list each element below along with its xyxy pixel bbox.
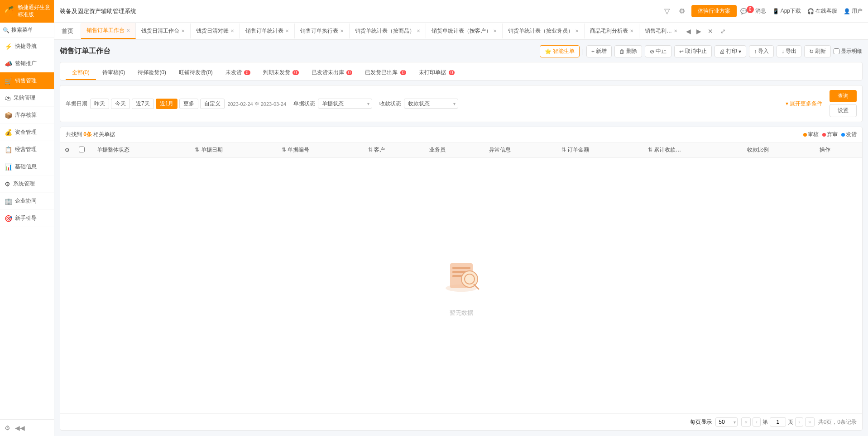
sub-tab-shipped-not-out[interactable]: 已发货未出库 0 (305, 66, 359, 80)
tab-maximize[interactable]: ⤢ (717, 28, 729, 35)
message-badge: 6 (747, 6, 754, 13)
query-btn[interactable]: 查询 (830, 90, 857, 102)
tab-close-icon[interactable]: ✕ (630, 28, 633, 33)
sidebar-item-system[interactable]: ⚙ 系统管理 (0, 175, 54, 193)
industry-btn[interactable]: 体验行业方案 (691, 5, 737, 17)
sort-icon[interactable]: ⇅ (282, 147, 286, 153)
stop-btn[interactable]: ⊘ 中止 (645, 45, 671, 57)
collapse-icon[interactable]: ◀◀ (15, 424, 25, 431)
tab-scroll-right[interactable]: ▶ (694, 28, 704, 35)
tab-close-icon[interactable]: ✕ (126, 28, 130, 33)
message-btn[interactable]: 💬 6 消息 (740, 7, 766, 15)
sub-tab-wangpu-pending[interactable]: 旺铺待发货(0) (173, 66, 219, 80)
tab-close-icon[interactable]: ✕ (181, 28, 185, 33)
cancel-stop-btn[interactable]: ↩ 取消中止 (674, 45, 712, 57)
online-service-btn[interactable]: 🎧 在线客服 (807, 7, 837, 15)
sub-tab-shipped-out[interactable]: 已发货已出库 0 (359, 66, 412, 80)
ship-btn[interactable]: 发货 (841, 131, 857, 138)
page-input[interactable] (770, 417, 786, 427)
sort-icon[interactable]: ⇅ (368, 147, 373, 153)
date-btn-more[interactable]: 更多 (179, 99, 198, 109)
add-btn[interactable]: + 新增 (586, 45, 612, 57)
sidebar-item-enterprise[interactable]: 🏢 企业协同 (0, 193, 54, 210)
settings-icon[interactable]: ▽ (664, 7, 670, 15)
date-btn-7days[interactable]: 近7天 (132, 99, 154, 109)
tab-sales-salesperson[interactable]: 销货单统计表（按业务员） ✕ (503, 24, 585, 38)
import-btn[interactable]: ↑ 导入 (749, 45, 774, 57)
smart-btn[interactable]: ⭐ 智能生单 (540, 45, 580, 57)
print-btn[interactable]: 🖨 打印 ▾ (715, 45, 746, 57)
first-page-btn[interactable]: « (741, 417, 751, 427)
prev-page-btn[interactable]: ‹ (753, 417, 761, 427)
tab-cash-daily[interactable]: 钱货日清工作台 ✕ (136, 24, 191, 38)
tab-sales-stats[interactable]: 销售订单统计表 ✕ (240, 24, 295, 38)
tab-close-icon[interactable]: ✕ (230, 28, 234, 33)
audit-btn[interactable]: 审核 (803, 131, 819, 138)
online-service-label: 在线客服 (815, 7, 837, 15)
phone-icon: 📱 (772, 8, 779, 14)
delete-btn[interactable]: 🗑 删除 (614, 45, 642, 57)
expand-btn[interactable]: ▾ 展开更多条件 (786, 100, 822, 108)
tab-sales-margin[interactable]: 销售毛利… ✕ (639, 24, 683, 38)
tab-close-icon[interactable]: ✕ (575, 28, 579, 33)
select-all-checkbox[interactable] (79, 147, 85, 152)
tab-close-icon[interactable]: ✕ (285, 28, 289, 33)
refresh-btn[interactable]: ↻ 刷新 (804, 45, 831, 57)
date-btn-today[interactable]: 今天 (111, 99, 130, 109)
page-size-select[interactable]: 20 50 100 (715, 417, 738, 427)
tab-sales-customer[interactable]: 销货单统计表（按客户） ✕ (426, 24, 503, 38)
th-exception: 异常信息 (484, 142, 557, 158)
sort-icon[interactable]: ⇅ (648, 147, 652, 153)
sidebar-item-new-guide[interactable]: 🎯 新手引导 (0, 210, 54, 227)
sort-icon[interactable]: ⇅ (561, 147, 566, 153)
setting-btn[interactable]: 设置 (830, 104, 857, 117)
sub-tab-pending-audit[interactable]: 待审核(0) (96, 66, 132, 80)
basic-icon: 📊 (5, 163, 12, 171)
tab-close-all[interactable]: ✕ (704, 28, 717, 35)
date-btn-custom[interactable]: 自定义 (200, 99, 225, 109)
sidebar-item-quick-nav[interactable]: ⚡ 快捷导航 (0, 38, 54, 55)
last-page-btn[interactable]: » (805, 417, 815, 427)
sidebar-item-operations[interactable]: 📋 经营管理 (0, 141, 54, 158)
gear-icon[interactable]: ⚙ (679, 7, 685, 15)
search-menu[interactable]: 🔍 搜索菜单 (0, 23, 54, 38)
sidebar: 🍊 畅捷通好生意 标准版 🔍 搜索菜单 ⚡ 快捷导航 📣 营销推广 🛒 销售管理… (0, 0, 54, 436)
export-btn[interactable]: ↓ 导出 (777, 45, 801, 57)
tab-close-icon[interactable]: ✕ (674, 28, 677, 33)
sidebar-item-basic[interactable]: 📊 基础信息 (0, 158, 54, 175)
show-detail-checkbox[interactable] (834, 48, 839, 54)
tab-home[interactable]: 首页 (54, 24, 81, 39)
sidebar-item-inventory[interactable]: 📦 库存核算 (0, 107, 54, 124)
cancel-audit-btn[interactable]: 弃审 (822, 131, 838, 138)
tab-sales-exec[interactable]: 销售订单执行表 ✕ (295, 24, 350, 38)
next-page-btn[interactable]: › (795, 417, 803, 427)
sub-tab-pending-inspection[interactable]: 待择验货(0) (131, 66, 173, 80)
payment-select[interactable]: 收款状态 (404, 99, 458, 109)
tab-margin[interactable]: 商品毛利分析表 ✕ (585, 24, 639, 38)
settings-icon[interactable]: ⚙ (5, 424, 10, 431)
app-download-btn[interactable]: 📱 App下载 (772, 7, 801, 15)
sidebar-item-purchase[interactable]: 🛍 采购管理 (0, 90, 54, 107)
sub-tab-all[interactable]: 全部(0) (66, 66, 96, 80)
sidebar-item-marketing[interactable]: 📣 营销推广 (0, 55, 54, 72)
date-btn-1month[interactable]: 近1月 (156, 99, 178, 109)
date-btn-yesterday[interactable]: 昨天 (90, 99, 109, 109)
tab-scroll-left[interactable]: ◀ (683, 28, 694, 35)
tab-cash-reconcile[interactable]: 钱货日清对账 ✕ (191, 24, 240, 38)
status-select[interactable]: 单据状态 (318, 99, 372, 109)
sub-tab-overdue-not-shipped[interactable]: 到期未发货 0 (257, 66, 305, 80)
tab-close-icon[interactable]: ✕ (417, 28, 420, 33)
show-detail-label[interactable]: 显示明细 (834, 47, 863, 55)
sidebar-item-sales[interactable]: 🛒 销售管理 (0, 72, 54, 90)
smart-btn-label: 智能生单 (553, 47, 575, 55)
user-btn[interactable]: 👤 用户 (844, 7, 863, 15)
sub-tab-not-shipped[interactable]: 未发货 0 (219, 66, 257, 80)
export-icon: ↓ (782, 48, 784, 55)
sidebar-item-finance[interactable]: 💰 资金管理 (0, 124, 54, 141)
tab-close-icon[interactable]: ✕ (493, 28, 497, 33)
sub-tab-not-printed[interactable]: 未打印单据 0 (412, 66, 461, 80)
tab-close-icon[interactable]: ✕ (340, 28, 344, 33)
tab-sales-product[interactable]: 销货单统计表（按商品） ✕ (350, 24, 426, 38)
tab-sales-workbench[interactable]: 销售订单工作台 ✕ (81, 23, 136, 39)
sort-icon[interactable]: ⇅ (195, 147, 199, 153)
